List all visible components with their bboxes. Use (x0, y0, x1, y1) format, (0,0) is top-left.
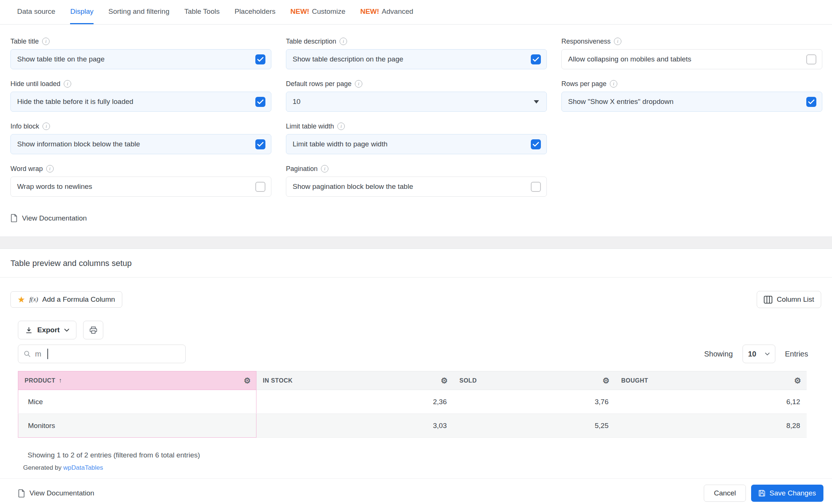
tab-sorting-and-filtering[interactable]: Sorting and filtering (108, 0, 170, 24)
table-description-toggle[interactable]: Show table description on the page (286, 49, 547, 69)
tab-placeholders[interactable]: Placeholders (234, 0, 275, 24)
info-icon[interactable]: i (610, 80, 617, 88)
info-icon[interactable]: i (321, 165, 328, 172)
column-settings-gear-icon[interactable]: ⚙ (441, 377, 448, 384)
field-label: Default rows per page i (286, 80, 547, 88)
add-formula-column-button[interactable]: ★ f(x) Add a Formula Column (10, 291, 122, 308)
new-badge: NEW! (360, 7, 379, 16)
column-list-button[interactable]: Column List (757, 291, 821, 308)
page-title: Table preview and columns setup (0, 249, 832, 278)
pagination-toggle[interactable]: Show pagination block below the table (286, 177, 547, 197)
entries-label: Entries (785, 350, 808, 358)
field-responsiveness: Responsiveness i Allow collapsing on mob… (561, 37, 822, 69)
column-header-in-stock[interactable]: IN STOCK ⚙ (256, 371, 453, 390)
column-list-icon (764, 296, 772, 304)
responsiveness-toggle[interactable]: Allow collapsing on mobiles and tablets (561, 49, 822, 69)
view-documentation-link[interactable]: View Documentation (10, 214, 87, 222)
info-icon[interactable]: i (614, 38, 621, 45)
column-settings-gear-icon[interactable]: ⚙ (794, 377, 801, 384)
cancel-button[interactable]: Cancel (704, 485, 746, 502)
section-divider (0, 237, 832, 249)
info-block-toggle[interactable]: Show information block below the table (10, 134, 271, 154)
export-button[interactable]: Export (18, 321, 76, 339)
page-size-select[interactable]: 10 (743, 345, 775, 363)
table-info-text: Showing 1 to 2 of 2 entries (filtered fr… (28, 451, 832, 459)
settings-tabs: Data source Display Sorting and filterin… (0, 0, 832, 25)
field-label: Responsiveness i (561, 37, 822, 45)
tab-advanced[interactable]: NEW! Advanced (360, 0, 413, 24)
hide-until-loaded-toggle[interactable]: Hide the table before it is fully loaded (10, 92, 271, 112)
chevron-down-icon (64, 329, 69, 332)
column-header-product[interactable]: PRODUCT ↑ ⚙ (18, 371, 256, 390)
wpdatatables-link[interactable]: wpDataTables (63, 464, 103, 471)
info-icon[interactable]: i (42, 38, 50, 45)
export-toolbar: Export (0, 308, 832, 339)
search-icon (23, 350, 31, 358)
caret-down-icon (534, 100, 539, 104)
tab-data-source[interactable]: Data source (17, 0, 55, 24)
field-label: Table title i (10, 37, 271, 45)
wpdatatables-settings-page: Data source Display Sorting and filterin… (0, 0, 832, 504)
checkbox[interactable] (531, 54, 541, 64)
search-row: Showing 10 Entries (0, 339, 832, 363)
cell-product: Mice (18, 390, 256, 414)
checkbox[interactable] (255, 182, 265, 192)
search-input[interactable] (35, 350, 43, 358)
field-label: Limit table width i (286, 122, 547, 130)
field-rows-per-page: Rows per page i Show "Show X entries" dr… (561, 80, 822, 112)
printer-icon (89, 326, 98, 334)
tab-label: Advanced (382, 7, 413, 16)
checkbox[interactable] (531, 139, 541, 149)
formula-fx-icon: f(x) (29, 296, 38, 303)
checkbox[interactable] (531, 182, 541, 192)
field-info-block: Info block i Show information block belo… (10, 122, 271, 154)
cell-sold: 5,25 (453, 414, 615, 438)
info-icon[interactable]: i (337, 123, 345, 130)
entries-control: Showing 10 Entries (704, 345, 808, 363)
column-header-sold[interactable]: SOLD ⚙ (453, 371, 615, 390)
rows-per-page-toggle[interactable]: Show "Show X entries" dropdown (561, 92, 822, 112)
tab-customize[interactable]: NEW! Customize (290, 0, 345, 24)
tab-label: Customize (312, 7, 346, 16)
word-wrap-toggle[interactable]: Wrap words to newlines (10, 177, 271, 197)
document-icon (10, 214, 18, 222)
field-limit-table-width: Limit table width i Limit table width to… (286, 122, 547, 154)
preview-toolbar: ★ f(x) Add a Formula Column Column List (0, 278, 832, 308)
field-pagination: Pagination i Show pagination block below… (286, 165, 547, 197)
view-documentation-link[interactable]: View Documentation (18, 489, 94, 498)
field-label: Pagination i (286, 165, 547, 173)
column-settings-gear-icon[interactable]: ⚙ (602, 377, 609, 384)
tab-display[interactable]: Display (70, 0, 93, 24)
new-badge: NEW! (290, 7, 309, 16)
column-header-bought[interactable]: BOUGHT ⚙ (615, 371, 807, 390)
checkbox[interactable] (806, 54, 816, 64)
checkbox[interactable] (806, 97, 816, 107)
table-title-toggle[interactable]: Show table title on the page (10, 49, 271, 69)
display-settings-panel: Table title i Show table title on the pa… (0, 25, 832, 237)
field-table-title: Table title i Show table title on the pa… (10, 37, 271, 69)
field-word-wrap: Word wrap i Wrap words to newlines (10, 165, 271, 197)
sort-ascending-icon: ↑ (59, 377, 62, 384)
save-changes-button[interactable]: Save Changes (751, 485, 823, 502)
checkbox[interactable] (255, 139, 265, 149)
tab-table-tools[interactable]: Table Tools (184, 0, 220, 24)
info-icon[interactable]: i (340, 38, 347, 45)
field-label: Word wrap i (10, 165, 271, 173)
checkbox[interactable] (255, 54, 265, 64)
cell-bought: 8,28 (615, 414, 807, 438)
text-cursor (47, 349, 48, 359)
table-search-box[interactable] (18, 345, 186, 363)
limit-table-width-toggle[interactable]: Limit table width to page width (286, 134, 547, 154)
info-icon[interactable]: i (355, 80, 362, 88)
field-table-description: Table description i Show table descripti… (286, 37, 547, 69)
settings-grid: Table title i Show table title on the pa… (10, 37, 832, 197)
info-icon[interactable]: i (64, 80, 71, 88)
default-rows-per-page-select[interactable]: 10 (286, 92, 547, 112)
info-icon[interactable]: i (46, 165, 54, 172)
column-settings-gear-icon[interactable]: ⚙ (244, 377, 251, 384)
table-row: Mice 2,36 3,76 6,12 (18, 390, 807, 414)
checkbox[interactable] (255, 97, 265, 107)
print-button[interactable] (83, 321, 103, 339)
footer-buttons: Cancel Save Changes (704, 485, 823, 502)
info-icon[interactable]: i (42, 123, 50, 130)
